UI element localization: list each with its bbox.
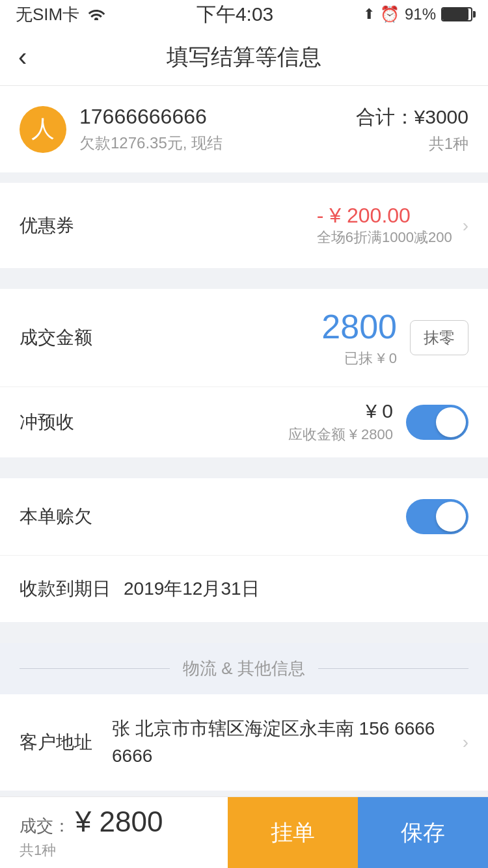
avatar: 人 <box>20 106 66 153</box>
deal-amount-value: 2800 <box>321 307 397 346</box>
logistics-header: 物流 & 其他信息 <box>0 643 488 694</box>
round-button[interactable]: 抹零 <box>410 320 468 355</box>
content: 人 17666666666 欠款1276.35元, 现结 合计：¥3000 共1… <box>0 86 488 868</box>
bottom-deal-row: 成交： ¥ 2800 <box>20 806 208 838</box>
address-row[interactable]: 客户地址 张 北京市市辖区海淀区永丰南 156 6666 6666 › <box>0 694 488 791</box>
wifi-icon <box>86 5 107 25</box>
toggle-knob <box>436 407 466 437</box>
customer-card: 人 17666666666 欠款1276.35元, 现结 合计：¥3000 共1… <box>0 86 488 172</box>
debt-row: 本单赊欠 <box>0 478 488 556</box>
prepay-toggle[interactable] <box>406 405 468 440</box>
coupon-chevron-icon: › <box>463 215 468 236</box>
customer-phone: 17666666666 <box>79 105 223 129</box>
divider-3 <box>0 632 488 643</box>
debt-label: 本单赊欠 <box>20 504 92 529</box>
prepay-right: ¥ 0 应收金额 ¥ 2800 <box>288 400 468 444</box>
bottom-bar: 成交： ¥ 2800 共1种 挂单 保存 <box>0 796 488 868</box>
debt-toggle[interactable] <box>406 499 468 534</box>
deal-amount-sub: 已抹 ¥ 0 <box>321 349 397 368</box>
address-value: 张 北京市市辖区海淀区永丰南 156 6666 6666 <box>112 715 463 770</box>
hang-button[interactable]: 挂单 <box>228 797 358 869</box>
customer-left: 人 17666666666 欠款1276.35元, 现结 <box>20 105 223 154</box>
coupon-info: - ¥ 200.00 全场6折满1000减200 <box>317 204 452 247</box>
coupon-right: - ¥ 200.00 全场6折满1000减200 › <box>317 204 468 247</box>
due-date-label: 收款到期日 <box>20 576 111 601</box>
deal-amount-info: 2800 已抹 ¥ 0 <box>321 307 397 368</box>
prepay-row: 冲预收 ¥ 0 应收金额 ¥ 2800 <box>0 387 488 457</box>
address-label: 客户地址 <box>20 730 92 755</box>
customer-sub: 欠款1276.35元, 现结 <box>79 133 223 154</box>
alarm-icon: ⏰ <box>380 5 400 23</box>
bottom-count: 共1种 <box>20 841 208 860</box>
total-value: 合计：¥3000 <box>356 104 468 131</box>
status-left: 无SIM卡 <box>16 3 107 26</box>
location-icon: ⬆ <box>363 6 375 23</box>
coupon-row[interactable]: 优惠券 - ¥ 200.00 全场6折满1000减200 › <box>0 183 488 268</box>
divider-2 <box>0 468 488 478</box>
coupon-value: - ¥ 200.00 <box>317 204 452 228</box>
logistics-label: 物流 & 其他信息 <box>183 657 305 680</box>
prepay-receivable: 应收金额 ¥ 2800 <box>288 425 393 444</box>
status-time: 下午4:03 <box>197 1 273 28</box>
battery-icon <box>441 7 472 21</box>
coupon-section: 优惠券 - ¥ 200.00 全场6折满1000减200 › <box>0 183 488 268</box>
due-date-value: 2019年12月31日 <box>124 576 260 601</box>
deal-right: 2800 已抹 ¥ 0 抹零 <box>321 307 468 368</box>
total-count: 共1种 <box>356 133 468 154</box>
divider-1 <box>0 278 488 289</box>
deal-section: 成交金额 2800 已抹 ¥ 0 抹零 冲预收 ¥ 0 应收金额 ¥ 2800 <box>0 289 488 457</box>
coupon-sub: 全场6折满1000减200 <box>317 228 452 247</box>
customer-right: 合计：¥3000 共1种 <box>356 104 468 154</box>
debt-toggle-knob <box>436 502 466 532</box>
logistics-line-left <box>20 668 170 669</box>
due-date-row: 收款到期日 2019年12月31日 <box>0 556 488 622</box>
carrier-label: 无SIM卡 <box>16 3 79 26</box>
coupon-label: 优惠券 <box>20 213 74 238</box>
prepay-values: ¥ 0 应收金额 ¥ 2800 <box>288 400 393 444</box>
deal-amount-row: 成交金额 2800 已抹 ¥ 0 抹零 <box>0 289 488 387</box>
prepay-label: 冲预收 <box>20 410 74 435</box>
save-button[interactable]: 保存 <box>358 797 488 869</box>
status-bar: 无SIM卡 下午4:03 ⬆ ⏰ 91% <box>0 0 488 29</box>
customer-info: 17666666666 欠款1276.35元, 现结 <box>79 105 223 154</box>
battery-label: 91% <box>405 5 436 23</box>
back-button[interactable]: ‹ <box>18 42 27 72</box>
status-right: ⬆ ⏰ 91% <box>363 5 472 23</box>
address-chevron-icon: › <box>463 732 468 753</box>
bottom-summary: 成交： ¥ 2800 共1种 <box>0 806 228 860</box>
prepay-amount: ¥ 0 <box>288 400 393 422</box>
nav-bar: ‹ 填写结算等信息 <box>0 29 488 86</box>
bottom-deal-label: 成交： <box>20 816 70 835</box>
logistics-line-right <box>318 668 468 669</box>
debt-section: 本单赊欠 收款到期日 2019年12月31日 <box>0 478 488 622</box>
bottom-amount: ¥ 2800 <box>75 806 163 837</box>
page-title: 填写结算等信息 <box>167 42 321 72</box>
deal-amount-label: 成交金额 <box>20 325 92 350</box>
